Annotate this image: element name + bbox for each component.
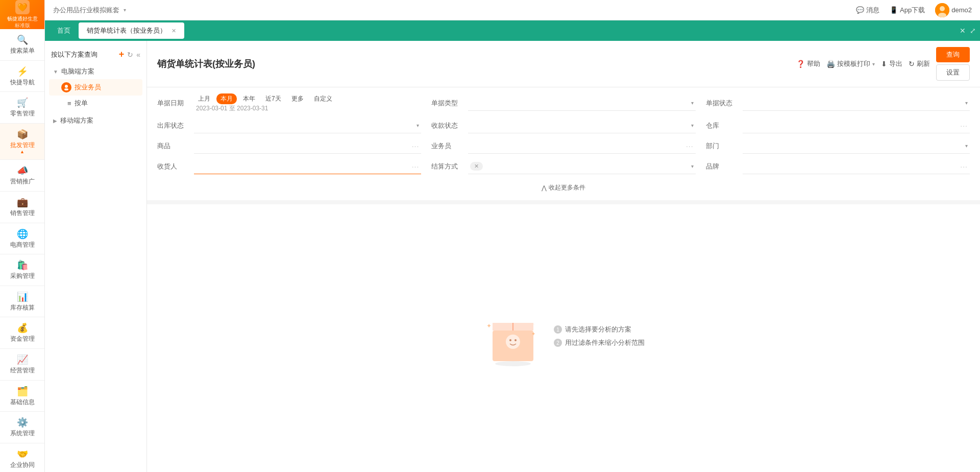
app-logo[interactable]: 🧡 畅捷通好生意 标准版 — [0, 0, 45, 29]
sidebar-item-enterprise[interactable]: 🤝 企业协同 — [0, 443, 45, 472]
sidebar-item-search[interactable]: 🔍 搜索菜单 — [0, 29, 45, 61]
sidebar-item-operation[interactable]: 📈 经营管理 — [0, 349, 45, 381]
query-button[interactable]: 查询 — [936, 47, 970, 62]
close-window-icon[interactable]: ✕ — [960, 27, 966, 35]
dept-label: 部门 — [706, 141, 743, 151]
top-header: 办公用品行业模拟账套 ▾ 💬 消息 📱 App下载 de — [45, 0, 980, 20]
ecommerce-icon: 🌐 — [17, 228, 28, 240]
date-tab-this-month[interactable]: 本月 — [216, 93, 237, 104]
filter-recv-status: 收款状态 ▾ — [431, 118, 695, 133]
print-button[interactable]: 🖨️ 按模板打印 ▾ — [826, 59, 875, 68]
filter-row-1: 单据日期 上月 本月 本年 近7天 更多 自定义 2023-03-01 至 20… — [157, 93, 970, 113]
collapse-label: 收起更多条件 — [549, 183, 585, 192]
logo-icon: 🧡 — [15, 0, 30, 14]
sidebar: 🧡 畅捷通好生意 标准版 🔍 搜索菜单 ⚡ 快捷导航 🛒 零售管理 📦 批发管理… — [0, 0, 45, 472]
tab-report-label: 销货单统计表（按业务员） — [87, 26, 166, 35]
sidebar-item-system[interactable]: ⚙️ 系统管理 — [0, 412, 45, 443]
empty-hint-2: 2 用过滤条件来缩小分析范围 — [554, 338, 645, 347]
maximize-window-icon[interactable]: ⤢ — [970, 27, 976, 35]
recv-status-control[interactable]: ▾ — [468, 118, 695, 133]
brand-control[interactable]: ··· — [743, 159, 970, 174]
refresh-scheme-icon[interactable]: ↻ — [127, 51, 133, 59]
date-tab-7days[interactable]: 近7天 — [261, 93, 285, 104]
collapse-panel-icon[interactable]: « — [136, 51, 140, 59]
app-edition: 标准版 — [15, 22, 30, 29]
sidebar-item-sales[interactable]: 💼 销售管理 — [0, 192, 45, 223]
left-panel: 按以下方案查询 + ↻ « ▼ 电脑端方案 — [45, 41, 147, 472]
scheme-group-mobile-header[interactable]: ▶ 移动端方案 — [49, 113, 142, 128]
print-dropdown-icon[interactable]: ▾ — [872, 61, 875, 67]
breadcrumb-dropdown-icon[interactable]: ▾ — [124, 7, 126, 13]
out-status-control[interactable]: ▾ — [194, 118, 421, 133]
brand-label: 品牌 — [706, 162, 743, 171]
print-icon: 🖨️ — [826, 60, 835, 68]
refresh-button[interactable]: ↻ 刷新 — [909, 59, 930, 68]
sidebar-item-quick-nav-label: 快捷导航 — [10, 79, 35, 87]
message-button[interactable]: 💬 消息 — [856, 6, 879, 15]
filter-date: 单据日期 上月 本月 本年 近7天 更多 自定义 2023-03-01 至 20… — [157, 93, 421, 113]
salesman-control[interactable]: ··· — [468, 138, 695, 154]
user-profile-button[interactable]: demo2 — [935, 3, 972, 17]
date-tab-this-year[interactable]: 本年 — [239, 93, 259, 104]
payment-control[interactable]: ✕ ▾ — [468, 159, 695, 174]
date-tab-custom[interactable]: 自定义 — [310, 93, 336, 104]
breadcrumb-text: 办公用品行业模拟账套 — [53, 6, 119, 15]
sidebar-item-retail[interactable]: 🛒 零售管理 — [0, 92, 45, 124]
app-download-label: App下载 — [900, 6, 925, 15]
empty-content: ✦ ✦ · 1 请先选择要分析的方案 2 用过滤条件来缩小分析范围 — [482, 310, 645, 366]
recv-status-label: 收款状态 — [431, 121, 468, 130]
date-tab-last-month[interactable]: 上月 — [194, 93, 214, 104]
tab-close-icon[interactable]: ✕ — [172, 28, 176, 34]
sidebar-item-marketing[interactable]: 📣 营销推广 — [0, 160, 45, 192]
product-control[interactable]: ··· — [194, 138, 421, 154]
step-2-icon: 2 — [554, 339, 562, 347]
svg-point-11 — [514, 339, 517, 341]
doc-type-label: 单据类型 — [431, 99, 468, 108]
finance-icon: 💰 — [17, 322, 28, 334]
empty-hint-2-text: 用过滤条件来缩小分析范围 — [565, 338, 645, 347]
sidebar-item-finance[interactable]: 💰 资金管理 — [0, 317, 45, 349]
filter-row-3: 商品 ··· 业务员 ··· 部门 ▾ — [157, 138, 970, 154]
doc-type-control[interactable]: ▾ — [468, 96, 695, 111]
date-range-text: 2023-03-01 至 2023-03-31 — [196, 104, 268, 113]
scheme-item-by-salesman[interactable]: 按业务员 — [49, 79, 142, 96]
brand-dots-icon: ··· — [960, 162, 968, 171]
sidebar-item-purchase[interactable]: 🛍️ 采购管理 — [0, 254, 45, 286]
top-header-actions: 💬 消息 📱 App下载 demo2 — [856, 3, 972, 17]
date-label: 单据日期 — [157, 99, 194, 108]
scheme-item-by-order[interactable]: ≡ 按单 — [49, 96, 142, 111]
add-scheme-button[interactable]: + — [119, 49, 125, 60]
tab-report[interactable]: 销货单统计表（按业务员） ✕ — [79, 22, 184, 39]
sidebar-item-enterprise-label: 企业协同 — [10, 461, 35, 469]
date-tab-more[interactable]: 更多 — [287, 93, 308, 104]
date-control[interactable]: 上月 本月 本年 近7天 更多 自定义 2023-03-01 至 2023-03… — [194, 93, 421, 113]
left-panel-title: 按以下方案查询 — [51, 50, 97, 59]
sidebar-item-inventory[interactable]: 📊 库存核算 — [0, 286, 45, 318]
sidebar-item-ecommerce[interactable]: 🌐 电商管理 — [0, 223, 45, 255]
scheme-group-desktop-header[interactable]: ▼ 电脑端方案 — [49, 64, 142, 79]
clear-tag-x[interactable]: ✕ — [474, 163, 479, 170]
tab-home-label: 首页 — [57, 26, 70, 35]
scheme-group-desktop-label: 电脑端方案 — [61, 67, 138, 76]
sidebar-item-quick-nav[interactable]: ⚡ 快捷导航 — [0, 61, 45, 92]
warehouse-control[interactable]: ··· — [743, 118, 970, 133]
doc-type-arrow-icon: ▾ — [691, 100, 694, 106]
filter-consignee: 收货人 ··· — [157, 159, 421, 174]
product-label: 商品 — [157, 141, 194, 151]
consignee-control[interactable]: ··· — [194, 159, 421, 174]
doc-status-arrow-icon: ▾ — [965, 100, 968, 106]
export-button[interactable]: ⬇ 导出 — [881, 59, 902, 68]
sidebar-item-wholesale[interactable]: 📦 批发管理 ▲ — [0, 124, 45, 160]
empty-text: 1 请先选择要分析的方案 2 用过滤条件来缩小分析范围 — [554, 325, 645, 351]
doc-status-control[interactable]: ▾ — [743, 96, 970, 111]
svg-text:✦: ✦ — [486, 322, 492, 329]
setting-button[interactable]: 设置 — [936, 64, 970, 81]
sidebar-item-base[interactable]: 🗂️ 基础信息 — [0, 381, 45, 412]
help-button[interactable]: ❓ 帮助 — [796, 59, 820, 68]
tab-home[interactable]: 首页 — [49, 22, 79, 39]
app-download-button[interactable]: 📱 App下载 — [890, 6, 925, 15]
collapse-filter-button[interactable]: ⋀ 收起更多条件 — [157, 179, 970, 194]
dept-control[interactable]: ▾ — [743, 138, 970, 154]
consignee-input[interactable] — [196, 162, 412, 170]
purchase-icon: 🛍️ — [17, 259, 28, 271]
